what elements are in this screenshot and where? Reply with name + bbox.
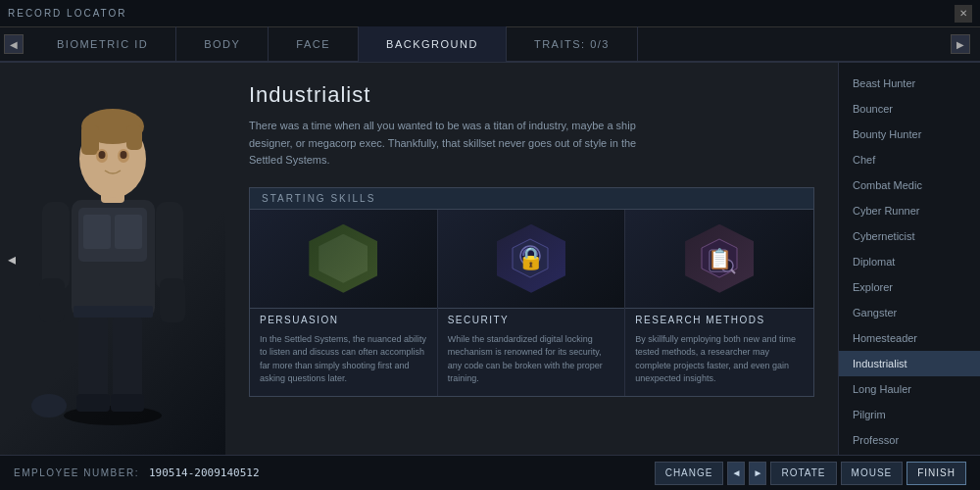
tab-body[interactable]: BODY xyxy=(176,26,269,62)
security-icon xyxy=(497,224,565,293)
right-boot xyxy=(111,394,144,412)
prev-button[interactable]: ◄ xyxy=(727,462,745,485)
mouse-button[interactable]: MOUSE xyxy=(841,462,904,485)
skill-name-persuasion: PERSUASION xyxy=(250,308,437,329)
sidebar-item-chef[interactable]: Chef xyxy=(839,147,980,172)
employee-label: EMPLOYEE NUMBER: xyxy=(14,467,139,478)
helmet xyxy=(31,394,67,417)
nav-right-icon[interactable]: ▶ xyxy=(951,34,970,54)
svg-point-6 xyxy=(520,246,540,266)
skill-card-security: SECURITY While the standardized digital … xyxy=(438,210,626,396)
svg-point-14 xyxy=(721,260,733,271)
right-arm xyxy=(156,202,183,290)
svg-marker-5 xyxy=(513,239,548,277)
sidebar-item-industrialist[interactable]: Industrialist xyxy=(839,351,980,376)
persuasion-svg xyxy=(321,236,366,280)
skill-desc-security: While the standardized digital locking m… xyxy=(438,329,625,396)
info-panel: Industrialist There was a time when all … xyxy=(225,63,838,455)
tab-traits[interactable]: TRAITS: 0/3 xyxy=(507,26,638,62)
belt xyxy=(74,306,153,318)
sidebar-item-cyber-runner[interactable]: Cyber Runner xyxy=(839,198,980,223)
skill-icon-area-security xyxy=(438,210,625,308)
skills-header: STARTING SKILLS xyxy=(250,188,813,210)
right-eye xyxy=(121,151,127,159)
persuasion-icon xyxy=(309,224,377,293)
svg-point-8 xyxy=(528,258,532,262)
hair-left xyxy=(81,125,99,155)
skill-card-persuasion: PERSUASION In the Settled Systems, the n… xyxy=(250,210,438,396)
left-forearm xyxy=(39,278,65,322)
sidebar-item-bouncer[interactable]: Bouncer xyxy=(839,96,980,122)
hair-right xyxy=(126,125,142,150)
chest-detail-right xyxy=(115,215,142,249)
rotate-button[interactable]: ROTATE xyxy=(770,462,836,485)
sidebar-item-beast-hunter[interactable]: Beast Hunter xyxy=(839,71,980,96)
sidebar-item-cyberneticist[interactable]: Cyberneticist xyxy=(839,223,980,249)
sidebar-item-gangster[interactable]: Gangster xyxy=(839,300,980,325)
bottom-bar: EMPLOYEE NUMBER: 190514-2009140512 CHANG… xyxy=(0,455,980,490)
top-bar: RECORD LOCATOR ✕ xyxy=(0,0,980,27)
tab-biometric-id[interactable]: BIOMETRIC ID xyxy=(29,26,176,62)
svg-rect-7 xyxy=(525,256,535,265)
chest-detail-left xyxy=(83,215,111,249)
svg-point-1 xyxy=(330,249,344,263)
svg-rect-10 xyxy=(710,250,727,271)
skill-icon-area-persuasion xyxy=(250,210,437,308)
left-boot xyxy=(76,394,110,412)
research-icon xyxy=(685,224,754,293)
character-panel: ◂ xyxy=(0,63,225,455)
sidebar-item-diplomat[interactable]: Diplomat xyxy=(839,249,980,274)
skills-grid: PERSUASION In the Settled Systems, the n… xyxy=(250,210,813,396)
record-locator-title: RECORD LOCATOR xyxy=(8,8,127,19)
main-content: ◂ Industrialist There was a time when al… xyxy=(0,63,980,455)
left-eye xyxy=(99,151,106,159)
tab-face[interactable]: FACE xyxy=(269,26,359,62)
background-title: Industrialist xyxy=(249,82,814,108)
svg-point-3 xyxy=(333,252,341,260)
sidebar-item-professor[interactable]: Professor xyxy=(839,427,980,453)
nav-tabs: ◀ BIOMETRIC ID BODY FACE BACKGROUND TRAI… xyxy=(0,27,980,63)
sidebar-item-explorer[interactable]: Explorer xyxy=(839,274,980,300)
next-button[interactable]: ► xyxy=(749,462,766,485)
research-svg xyxy=(698,236,742,280)
skill-desc-research: By skillfully employing both new and tim… xyxy=(625,329,813,396)
sidebar-item-combat-medic[interactable]: Combat Medic xyxy=(839,172,980,198)
close-button[interactable]: ✕ xyxy=(955,5,972,23)
skill-name-research: RESEARCH METHODS xyxy=(625,308,813,329)
employee-number: 190514-2009140512 xyxy=(149,466,260,479)
character-image: ◂ xyxy=(0,63,225,455)
left-arm xyxy=(42,202,70,290)
skill-card-research: RESEARCH METHODS By skillfully employing… xyxy=(625,210,813,396)
skill-desc-persuasion: In the Settled Systems, the nuanced abil… xyxy=(250,329,437,396)
nav-left-icon[interactable]: ◀ xyxy=(4,34,24,54)
skill-name-security: SECURITY xyxy=(438,308,625,329)
background-description: There was a time when all you wanted to … xyxy=(249,118,661,170)
sidebar-item-pilgrim[interactable]: Pilgrim xyxy=(839,402,980,427)
change-button[interactable]: CHANGE xyxy=(655,462,724,485)
sidebar-item-homesteader[interactable]: Homesteader xyxy=(839,325,980,351)
security-svg xyxy=(509,236,553,280)
bottom-buttons: CHANGE ◄ ► ROTATE MOUSE FINISH xyxy=(655,462,966,485)
sidebar-list[interactable]: Beast Hunter Bouncer Bounty Hunter Chef … xyxy=(838,63,980,455)
character-svg xyxy=(24,82,201,435)
right-forearm xyxy=(160,278,185,322)
skill-icon-area-research xyxy=(625,210,813,308)
finish-button[interactable]: FINISH xyxy=(906,462,966,485)
cursor-arrow: ◂ xyxy=(8,250,16,269)
skills-section: STARTING SKILLS xyxy=(249,187,814,397)
svg-point-2 xyxy=(343,249,357,263)
svg-marker-0 xyxy=(325,239,361,277)
tab-background[interactable]: BACKGROUND xyxy=(359,26,507,62)
sidebar-item-long-hauler[interactable]: Long Hauler xyxy=(839,376,980,402)
sidebar-item-bounty-hunter[interactable]: Bounty Hunter xyxy=(839,122,980,147)
svg-point-4 xyxy=(346,252,354,260)
